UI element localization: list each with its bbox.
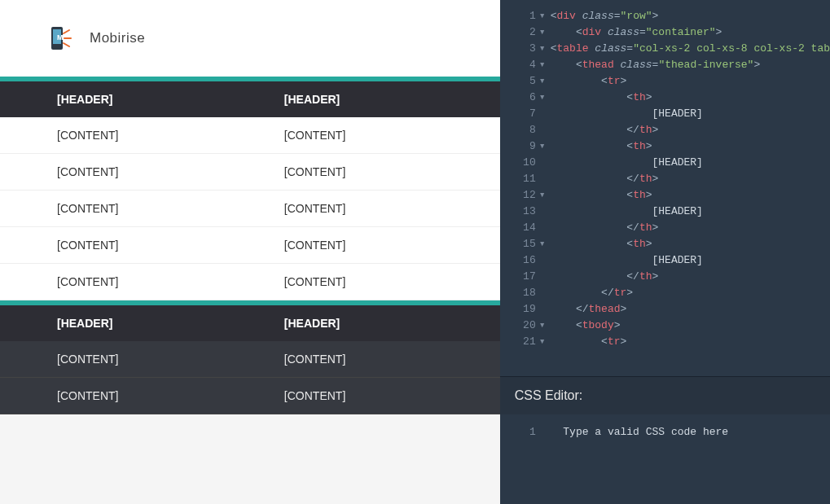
cell: [CONTENT]: [0, 264, 273, 300]
code-content[interactable]: [HEADER]: [551, 155, 830, 171]
cell: [CONTENT]: [273, 227, 500, 263]
code-content[interactable]: <th>: [551, 138, 830, 155]
line-number: 5: [500, 73, 539, 90]
code-content[interactable]: <th>: [551, 90, 830, 106]
code-line[interactable]: 17 </th>: [500, 269, 830, 285]
line-number: 11: [500, 171, 539, 187]
cell: [CONTENT]: [0, 227, 273, 263]
line-number: 20: [500, 318, 539, 334]
code-content[interactable]: <th>: [551, 187, 830, 204]
code-line[interactable]: 5▾ <tr>: [500, 73, 830, 90]
fold-toggle-icon: [539, 106, 551, 122]
table1-header-1: [HEADER]: [273, 81, 500, 117]
line-number: 12: [500, 187, 539, 204]
code-content[interactable]: </tr>: [551, 285, 830, 301]
code-content[interactable]: <th>: [551, 236, 830, 252]
line-number: 3: [500, 41, 539, 57]
line-number: 10: [500, 155, 539, 171]
code-content[interactable]: Type a valid CSS code here: [551, 424, 830, 440]
table-row: [CONTENT] [CONTENT]: [0, 227, 500, 264]
brand-bar: M Mobirise: [0, 0, 500, 77]
editor-pane: 1▾<div class="row">2▾ <div class="contai…: [500, 0, 830, 504]
code-line[interactable]: 3▾<table class="col-xs-2 col-xs-8 col-xs…: [500, 41, 830, 57]
fold-toggle-icon: [539, 220, 551, 236]
fold-toggle-icon[interactable]: ▾: [539, 236, 551, 252]
code-line[interactable]: 10 [HEADER]: [500, 155, 830, 171]
table2-body: [CONTENT] [CONTENT] [CONTENT] [CONTENT]: [0, 341, 500, 414]
code-line[interactable]: 7 [HEADER]: [500, 106, 830, 122]
table-row: [CONTENT] [CONTENT]: [0, 378, 500, 414]
fold-toggle-icon[interactable]: ▾: [539, 318, 551, 334]
cell: [CONTENT]: [0, 117, 273, 153]
svg-line-4: [64, 30, 69, 33]
preview-table-1: [HEADER] [HEADER] [CONTENT] [CONTENT] [C…: [0, 81, 500, 300]
code-line[interactable]: 12▾ <th>: [500, 187, 830, 204]
code-line[interactable]: 13 [HEADER]: [500, 204, 830, 220]
code-line[interactable]: 15▾ <th>: [500, 236, 830, 252]
code-line[interactable]: 1▾<div class="row">: [500, 8, 830, 24]
code-line[interactable]: 8 </th>: [500, 122, 830, 138]
cell: [CONTENT]: [273, 264, 500, 300]
code-content[interactable]: </thead>: [551, 301, 830, 318]
code-content[interactable]: <div class="container">: [551, 24, 830, 41]
fold-toggle-icon[interactable]: ▾: [539, 90, 551, 106]
cell: [CONTENT]: [0, 154, 273, 190]
fold-toggle-icon[interactable]: ▾: [539, 73, 551, 90]
code-content[interactable]: <thead class="thead-inverse">: [551, 57, 830, 73]
code-content[interactable]: </th>: [551, 269, 830, 285]
line-number: 9: [500, 138, 539, 155]
css-editor[interactable]: 1 Type a valid CSS code here: [500, 414, 830, 504]
fold-toggle-icon[interactable]: ▾: [539, 138, 551, 155]
code-line[interactable]: 2▾ <div class="container">: [500, 24, 830, 41]
fold-toggle-icon[interactable]: ▾: [539, 187, 551, 204]
fold-toggle-icon: [539, 269, 551, 285]
fold-toggle-icon: [539, 155, 551, 171]
cell: [CONTENT]: [273, 117, 500, 153]
code-line[interactable]: 16 [HEADER]: [500, 252, 830, 269]
cell: [CONTENT]: [0, 341, 273, 377]
fold-toggle-icon[interactable]: ▾: [539, 41, 551, 57]
table1-header-0: [HEADER]: [0, 81, 273, 117]
fold-toggle-icon[interactable]: ▾: [539, 8, 551, 24]
code-content[interactable]: </th>: [551, 122, 830, 138]
table-header-row: [HEADER] [HEADER]: [0, 81, 500, 117]
fold-toggle-icon: [539, 122, 551, 138]
html-editor[interactable]: 1▾<div class="row">2▾ <div class="contai…: [500, 0, 830, 376]
fold-toggle-icon[interactable]: ▾: [539, 24, 551, 41]
code-line[interactable]: 19 </thead>: [500, 301, 830, 318]
line-number: 21: [500, 334, 539, 350]
fold-toggle-icon[interactable]: ▾: [539, 57, 551, 73]
code-line[interactable]: 18 </tr>: [500, 285, 830, 301]
code-line[interactable]: 20▾ <tbody>: [500, 318, 830, 334]
table-row: [CONTENT] [CONTENT]: [0, 191, 500, 227]
cell: [CONTENT]: [0, 191, 273, 226]
code-line[interactable]: 21▾ <tr>: [500, 334, 830, 350]
code-line[interactable]: 14 </th>: [500, 220, 830, 236]
cell: [CONTENT]: [273, 341, 500, 377]
cell: [CONTENT]: [273, 154, 500, 190]
code-content[interactable]: </th>: [551, 220, 830, 236]
code-content[interactable]: <tr>: [551, 73, 830, 90]
code-content[interactable]: <tbody>: [551, 318, 830, 334]
table2-head: [HEADER] [HEADER]: [0, 305, 500, 341]
code-line[interactable]: 4▾ <thead class="thead-inverse">: [500, 57, 830, 73]
code-content[interactable]: [HEADER]: [551, 252, 830, 269]
table2-header-1: [HEADER]: [273, 305, 500, 341]
preview-table-2: [HEADER] [HEADER] [CONTENT] [CONTENT] [C…: [0, 305, 500, 414]
code-line[interactable]: 6▾ <th>: [500, 90, 830, 106]
line-number: 15: [500, 236, 539, 252]
code-content[interactable]: <tr>: [551, 334, 830, 350]
fold-toggle-icon[interactable]: ▾: [539, 334, 551, 350]
code-content[interactable]: <div class="row">: [551, 8, 830, 24]
code-content[interactable]: [HEADER]: [551, 106, 830, 122]
code-line[interactable]: 11 </th>: [500, 171, 830, 187]
table-row: [CONTENT] [CONTENT]: [0, 117, 500, 154]
app-root: M Mobirise [HEADER] [HEADER]: [0, 0, 830, 504]
code-line[interactable]: 9▾ <th>: [500, 138, 830, 155]
code-content[interactable]: <table class="col-xs-2 col-xs-8 col-xs-2…: [551, 41, 830, 57]
line-number: 8: [500, 122, 539, 138]
code-content[interactable]: </th>: [551, 171, 830, 187]
code-line[interactable]: 1 Type a valid CSS code here: [500, 424, 830, 440]
line-number: 16: [500, 252, 539, 269]
code-content[interactable]: [HEADER]: [551, 204, 830, 220]
